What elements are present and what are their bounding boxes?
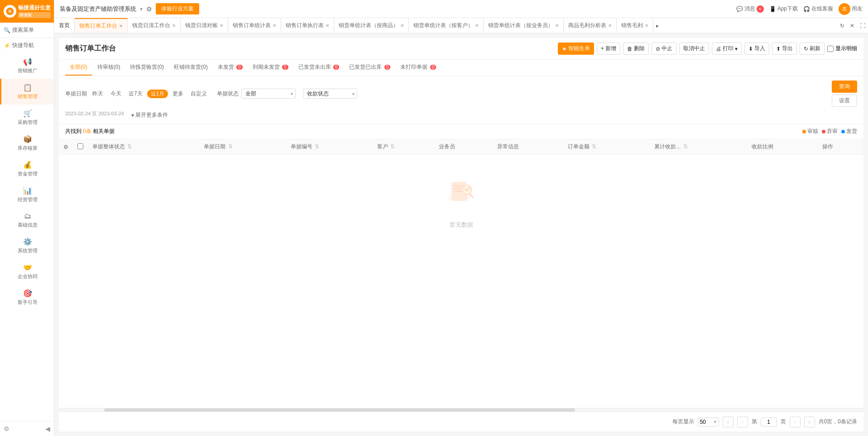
sidebar-item-sales[interactable]: 📋 销售管理 [0, 79, 54, 104]
topbar-settings-icon[interactable]: ⚙ [146, 5, 152, 13]
settings-bottom-icon[interactable]: ⚙ [4, 425, 10, 432]
th-checkbox[interactable] [73, 139, 88, 155]
tab-sales-profit[interactable]: 销售毛利 ✕ [617, 18, 653, 33]
date-opt-more[interactable]: 更多 [170, 89, 186, 99]
last-page-btn[interactable]: » [804, 417, 815, 427]
date-opt-last7[interactable]: 近7天 [126, 89, 145, 99]
tab-close-sales-stats-customer[interactable]: ✕ [475, 23, 479, 28]
tab-close-all-btn[interactable]: ✕ [847, 18, 857, 33]
online-service-btn[interactable]: 🎧 在线客服 [803, 5, 833, 13]
sidebar-item-basic-info[interactable]: 🗂 基础信息 [0, 208, 54, 233]
sidebar-item-inventory[interactable]: 📦 库存核算 [0, 130, 54, 156]
ship-action[interactable]: 发货 [841, 128, 857, 135]
subtab-shipped-out[interactable]: 已发货已出库 0 [345, 60, 395, 76]
subtab-wangpu[interactable]: 旺铺待发货(0) [169, 60, 212, 76]
app-download-btn[interactable]: 📱 App下载 [769, 5, 798, 13]
select-all-checkbox[interactable] [77, 143, 83, 149]
set-btn[interactable]: 设置 [832, 95, 857, 107]
show-detail-label[interactable]: 显示明细 [827, 45, 857, 52]
sidebar-item-purchase[interactable]: 🛒 采购管理 [0, 104, 54, 130]
tab-cash-daily[interactable]: 钱货日清工作台 ✕ [128, 18, 181, 33]
payment-select[interactable]: 收款状态 已收款 未收款 [303, 89, 357, 99]
tab-sales-exec[interactable]: 销售订单执行表 ✕ [281, 18, 334, 33]
collapse-icon[interactable]: ◀ [45, 425, 50, 432]
subtab-not-printed[interactable]: 未打印单据 0 [396, 60, 441, 76]
sidebar-item-guide[interactable]: 🎯 新手引导 [0, 284, 54, 310]
th-abnormal[interactable]: 异常信息 [493, 139, 563, 155]
horizontal-scrollbar[interactable] [59, 408, 863, 412]
subtab-overdue-not-shipped[interactable]: 到期未发货 0 [248, 60, 293, 76]
quick-nav[interactable]: ⚡ 快捷导航 [0, 38, 54, 53]
tab-close-sales-stats-product[interactable]: ✕ [400, 23, 404, 28]
tab-close-sales-stats[interactable]: ✕ [273, 23, 276, 28]
date-opt-custom[interactable]: 自定义 [188, 89, 210, 99]
smart-create-btn[interactable]: ★ 智能生单 [558, 43, 594, 55]
query-btn[interactable]: 查询 [832, 81, 857, 93]
message-btn[interactable]: 💬 消息 6 [736, 5, 764, 13]
stop-btn[interactable]: ⊘ 中止 [652, 43, 676, 55]
th-actions: 操作 [818, 139, 863, 155]
subtab-shipped-not-out[interactable]: 已发货未出库 0 [294, 60, 344, 76]
show-detail-checkbox[interactable] [827, 46, 834, 52]
next-page-btn[interactable]: › [790, 417, 801, 427]
import-btn[interactable]: ⬇ 导入 [744, 43, 769, 55]
sidebar-item-cooperation[interactable]: 🤝 企业协同 [0, 259, 54, 284]
tab-profit-analysis[interactable]: 商品毛利分析表 ✕ [564, 18, 617, 33]
sidebar-item-operations[interactable]: 📊 经营管理 [0, 182, 54, 208]
th-date[interactable]: 单据日期 ⇅ [199, 139, 286, 155]
date-opt-today[interactable]: 今天 [108, 89, 124, 99]
tab-close-sales-order[interactable]: ✕ [119, 24, 123, 28]
per-page-select[interactable]: 10 20 50 100 [698, 417, 719, 427]
tab-close-cash-reconcile[interactable]: ✕ [220, 23, 223, 28]
topbar-dropdown-icon[interactable]: ▾ [140, 6, 143, 12]
tab-sales-stats-product[interactable]: 销货单统计表（按商品） ✕ [334, 18, 409, 33]
refresh-btn[interactable]: ↻ 刷新 [800, 43, 825, 55]
tab-close-sales-exec[interactable]: ✕ [326, 23, 329, 28]
export-btn[interactable]: ⬆ 导出 [772, 43, 797, 55]
date-opt-yesterday[interactable]: 昨天 [90, 89, 106, 99]
prev-page-btn[interactable]: ‹ [737, 417, 748, 427]
th-status[interactable]: 单据整体状态 ⇅ [88, 139, 199, 155]
tab-sales-stats[interactable]: 销售订单统计表 ✕ [228, 18, 281, 33]
scroll-thumb[interactable] [104, 408, 575, 412]
status-select[interactable]: 全部 待审核 已审核 [241, 89, 296, 99]
tab-close-sales-stats-staff[interactable]: ✕ [555, 23, 559, 28]
user-menu[interactable]: 友 用友 [839, 3, 863, 15]
cancel-stop-btn[interactable]: 取消中止 [679, 43, 709, 55]
th-customer[interactable]: 客户 ⇅ [373, 139, 434, 155]
subtab-all[interactable]: 全部(0) [65, 60, 92, 76]
th-staff[interactable]: 业务员 [434, 139, 493, 155]
th-number[interactable]: 单据编号 ⇅ [286, 139, 373, 155]
review-action[interactable]: 审核 [802, 128, 818, 135]
tabbar-more-btn[interactable]: ▸ [653, 18, 662, 33]
trial-btn[interactable]: 体验行业方案 [156, 3, 199, 14]
tab-close-cash-daily[interactable]: ✕ [172, 23, 176, 28]
sidebar-item-system[interactable]: ⚙️ 系统管理 [0, 233, 54, 259]
expand-more-btn[interactable]: ▾ 展开更多条件 [131, 111, 168, 119]
print-btn[interactable]: 🖨 打印 ▾ [712, 43, 742, 55]
first-page-btn[interactable]: « [723, 417, 734, 427]
delete-btn[interactable]: 🗑 删除 [623, 43, 649, 55]
search-menu[interactable]: 🔍 搜索菜单 [0, 23, 54, 38]
add-btn[interactable]: + 新增 [597, 43, 620, 55]
tab-home[interactable]: 首页 [54, 18, 75, 33]
th-settings[interactable]: ⚙ [59, 139, 73, 155]
th-amount[interactable]: 订单金额 ⇅ [563, 139, 650, 155]
tab-fullscreen-btn[interactable]: ⛶ [857, 18, 868, 33]
tab-close-profit-analysis[interactable]: ✕ [608, 23, 612, 28]
cancel-review-action[interactable]: 弃审 [822, 128, 838, 135]
page-input[interactable] [761, 417, 777, 427]
sidebar-item-marketing[interactable]: 📢 营销推广 [0, 53, 54, 79]
subtab-pending-inspect[interactable]: 待拣货验货(0) [125, 60, 168, 76]
tab-cash-reconcile[interactable]: 钱货日清对账 ✕ [181, 18, 228, 33]
th-collected[interactable]: 累计收款... ⇅ [650, 139, 747, 155]
subtab-not-shipped[interactable]: 未发货 0 [213, 60, 247, 76]
tab-close-sales-profit[interactable]: ✕ [645, 23, 648, 28]
tab-refresh-btn[interactable]: ↻ [837, 18, 847, 33]
tab-sales-order-workbench[interactable]: 销售订单工作台 ✕ [75, 18, 128, 33]
tab-sales-stats-customer[interactable]: 销货单统计表（按客户） ✕ [409, 18, 484, 33]
sidebar-item-finance[interactable]: 💰 资金管理 [0, 156, 54, 182]
tab-sales-stats-staff[interactable]: 销货单统计表（按业务员） ✕ [484, 18, 564, 33]
date-opt-last1m[interactable]: 近1月 [147, 90, 168, 98]
subtab-pending-review[interactable]: 待审核(0) [93, 60, 125, 76]
